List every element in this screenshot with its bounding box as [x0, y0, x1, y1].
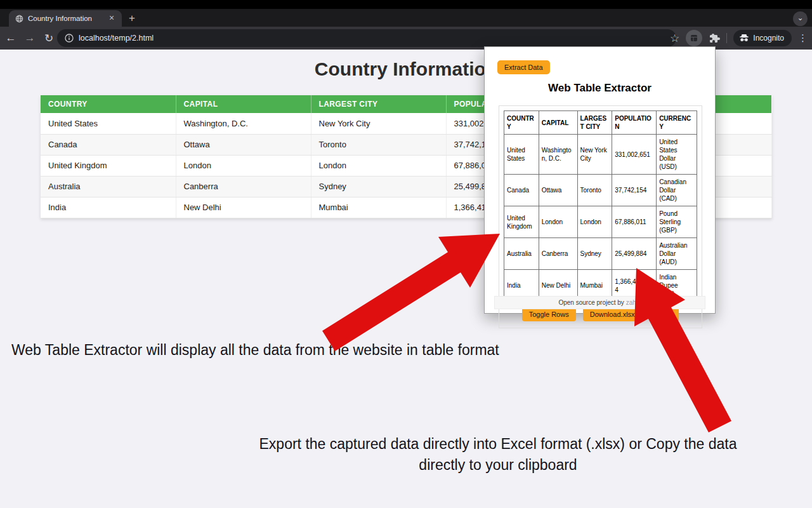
- table-cell: United Kingdom: [41, 155, 176, 176]
- column-header: POPULATION: [612, 111, 657, 135]
- popup-button-row: Toggle Rows Download.xlsx Copy: [504, 307, 697, 321]
- column-header: CURRENCY: [657, 111, 697, 135]
- table-cell: Canadian Dollar (CAD): [657, 175, 697, 206]
- url-text: localhost/temp/2.html: [79, 34, 154, 43]
- table-cell: 331,002,651: [612, 135, 657, 175]
- table-cell: Australia: [504, 238, 539, 270]
- table-cell: Ottawa: [176, 134, 311, 155]
- site-info-icon[interactable]: [65, 34, 74, 43]
- popup-footer: Open source project by zahin: [494, 296, 705, 309]
- column-header: COUNTRY: [504, 111, 539, 135]
- table-row: United KingdomLondonLondon67,886,011Poun…: [504, 206, 697, 238]
- incognito-spy-icon: [739, 34, 749, 43]
- column-header: COUNTRY: [41, 95, 176, 113]
- table-cell: Mumbai: [311, 197, 446, 218]
- table-cell: Washington, D.C.: [539, 135, 577, 175]
- toggle-rows-button[interactable]: Toggle Rows: [522, 307, 576, 321]
- table-cell: Toronto: [577, 175, 612, 206]
- table-cell: United States: [504, 135, 539, 175]
- table-cell: United Kingdom: [504, 206, 539, 238]
- table-row: United StatesWashington, D.C.New York Ci…: [504, 135, 697, 175]
- extract-data-button[interactable]: Extract Data: [497, 60, 550, 74]
- table-cell: Toronto: [311, 134, 446, 155]
- tab-strip: [0, 9, 812, 27]
- table-cell: Ottawa: [539, 175, 577, 206]
- window-titlebar: [0, 0, 812, 9]
- caption-bottom-line2: directly to your clipboard: [209, 455, 787, 476]
- caption-bottom-line1: Export the captured data directly into E…: [209, 434, 787, 455]
- download-xlsx-button[interactable]: Download.xlsx: [583, 307, 642, 321]
- table-cell: New York City: [577, 135, 612, 175]
- tab-close-icon[interactable]: ×: [107, 13, 117, 23]
- table-row: CanadaOttawaToronto37,742,154Canadian Do…: [504, 175, 697, 206]
- web-table-extractor-popup: Extract Data Web Table Extractor COUNTRY…: [484, 46, 716, 314]
- table-cell: New Delhi: [176, 197, 311, 218]
- column-header: CAPITAL: [176, 95, 311, 113]
- table-cell: Pound Sterling (GBP): [657, 206, 697, 238]
- extracted-table-body: United StatesWashington, D.C.New York Ci…: [504, 135, 697, 302]
- table-cell: Washington, D.C.: [176, 113, 311, 134]
- tab-title: Country Information: [28, 15, 107, 22]
- table-cell: Australian Dollar (AUD): [657, 238, 697, 270]
- address-bar[interactable]: localhost/temp/2.html: [57, 29, 676, 47]
- new-tab-button[interactable]: +: [126, 12, 138, 25]
- globe-favicon-icon: [15, 15, 23, 23]
- table-cell: Sydney: [311, 176, 446, 197]
- table-cell: Canberra: [176, 176, 311, 197]
- bookmark-star-icon[interactable]: ☆: [670, 32, 679, 45]
- extensions-puzzle-icon[interactable]: [709, 32, 720, 44]
- table-cell: Sydney: [577, 238, 612, 270]
- incognito-label: Incognito: [753, 34, 784, 43]
- back-button[interactable]: ←: [3, 32, 19, 44]
- table-cell: Canberra: [539, 238, 577, 270]
- table-cell: 25,499,884: [612, 238, 657, 270]
- footer-author-link[interactable]: zahin: [626, 299, 641, 306]
- table-cell: Canada: [504, 175, 539, 206]
- extracted-table: COUNTRYCAPITALLARGEST CITYPOPULATIONCURR…: [504, 110, 697, 302]
- reload-button[interactable]: ↻: [41, 32, 57, 45]
- caption-top: Web Table Extractor will display all the…: [11, 342, 499, 359]
- column-header: LARGEST CITY: [311, 95, 446, 113]
- toolbar-separator: [726, 33, 727, 43]
- popup-title: Web Table Extractor: [485, 82, 715, 95]
- table-cell: London: [577, 206, 612, 238]
- chevron-down-icon[interactable]: ⌄: [793, 11, 808, 26]
- copy-button[interactable]: Copy: [649, 307, 679, 321]
- incognito-badge: Incognito: [733, 30, 792, 46]
- column-header: CAPITAL: [539, 111, 577, 135]
- table-cell: London: [311, 155, 446, 176]
- table-cell: India: [41, 197, 176, 218]
- caption-bottom: Export the captured data directly into E…: [209, 434, 787, 476]
- active-extension-icon[interactable]: [686, 30, 702, 46]
- table-row: AustraliaCanberraSydney25,499,884Austral…: [504, 238, 697, 270]
- table-cell: United States Dollar (USD): [657, 135, 697, 175]
- footer-text: Open source project by: [558, 299, 625, 306]
- table-cell: New York City: [311, 113, 446, 134]
- table-cell: 67,886,011: [612, 206, 657, 238]
- tab-country-information[interactable]: Country Information ×: [9, 10, 122, 27]
- table-cell: Australia: [41, 176, 176, 197]
- table-header-row: COUNTRYCAPITALLARGEST CITYPOPULATIONCURR…: [504, 111, 697, 135]
- column-header: LARGEST CITY: [577, 111, 612, 135]
- forward-button[interactable]: →: [22, 32, 38, 44]
- table-cell: London: [539, 206, 577, 238]
- table-cell: 37,742,154: [612, 175, 657, 206]
- table-cell: Canada: [41, 134, 176, 155]
- table-cell: London: [176, 155, 311, 176]
- browser-menu-icon[interactable]: ⋮: [798, 32, 807, 44]
- popup-table-container: COUNTRYCAPITALLARGEST CITYPOPULATIONCURR…: [499, 105, 702, 328]
- table-cell: United States: [41, 113, 176, 134]
